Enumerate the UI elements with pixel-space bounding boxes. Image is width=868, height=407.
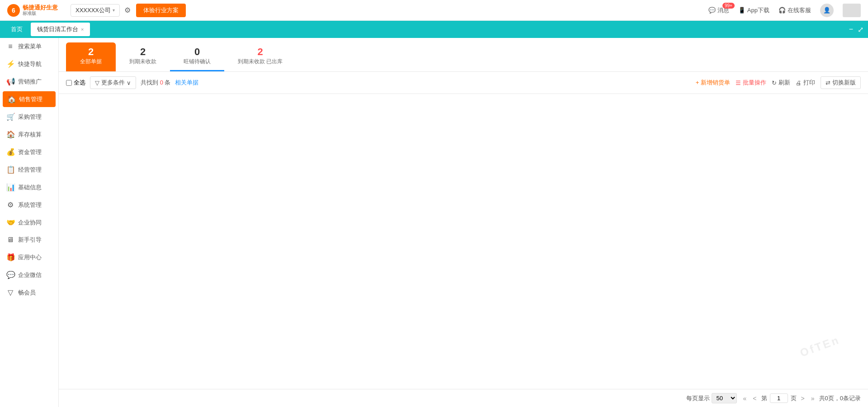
- overdue-unpaid-label: 到期未收款: [129, 58, 156, 65]
- logo-main-text: 畅捷通好生意: [23, 4, 58, 11]
- message-badge: 99+: [722, 3, 735, 9]
- pagination: « < 第 页 > » 共0页，0条记录: [741, 393, 861, 403]
- vip-label: 畅会员: [18, 289, 36, 297]
- prev-page-button[interactable]: <: [751, 394, 758, 403]
- refresh-icon: ↻: [772, 80, 777, 86]
- beginner-icon: 🖥: [6, 236, 14, 244]
- marketing-label: 营销推广: [18, 78, 42, 86]
- pending-label: 旺铺待确认: [184, 58, 211, 65]
- search-menu-label: 搜索菜单: [18, 42, 42, 51]
- home-tab[interactable]: 首页: [5, 23, 29, 36]
- sidebar-item-sys-mgmt[interactable]: ⚙ 系统管理: [0, 196, 58, 214]
- switch-new-version-button[interactable]: ⇄ 切换新版: [821, 76, 861, 89]
- enterprise-wechat-label: 企业微信: [18, 271, 42, 279]
- overdue-unpaid-count: 2: [140, 46, 146, 58]
- first-page-button[interactable]: «: [741, 394, 749, 403]
- sidebar-item-purchase[interactable]: 🛒 采购管理: [0, 108, 58, 126]
- sidebar-item-sales[interactable]: 🏠 销售管理: [3, 91, 56, 107]
- next-page-button[interactable]: >: [799, 394, 807, 403]
- filter-icon: ▽: [95, 80, 99, 86]
- count-info: 共找到 0 条: [141, 79, 170, 87]
- main-layout: ≡ 搜索菜单 ⚡ 快捷导航 📢 营销推广 🏠 销售管理 🛒 采购管理 🏠 库存核…: [0, 38, 868, 407]
- batch-operation-button[interactable]: ☰ 批量操作: [736, 79, 766, 87]
- sidebar-item-vip[interactable]: ▽ 畅会员: [0, 284, 58, 301]
- select-all-label: 全选: [74, 79, 85, 87]
- main-content: 2 全部单据 2 到期未收款 0 旺铺待确认 2 到期未收款 已出库 全选: [59, 38, 868, 407]
- page-size-selector: 每页显示 10 20 50 100: [686, 393, 737, 403]
- count-text: 共找到: [141, 79, 158, 86]
- select-all-checkbox[interactable]: 全选: [66, 79, 85, 87]
- switch-label: 切换新版: [832, 79, 856, 87]
- experience-button[interactable]: 体验行业方案: [136, 4, 186, 17]
- operations-icon: 📋: [6, 165, 14, 174]
- active-tab-label: 钱货日清工作台: [37, 25, 78, 33]
- print-icon: 🖨: [796, 80, 802, 86]
- page-size-select[interactable]: 10 20 50 100: [712, 393, 737, 403]
- sidebar-item-quick-nav[interactable]: ⚡ 快捷导航: [0, 55, 58, 73]
- tab-expand-button[interactable]: ⤢: [858, 25, 863, 34]
- batch-label: 批量操作: [743, 79, 766, 87]
- page-word: 第: [761, 394, 767, 402]
- top-header: 6 畅捷通好生意 标准版 XXXXXX公司 ▾ ⚙ 体验行业方案 💬 消息 99…: [0, 0, 868, 21]
- last-page-button[interactable]: »: [809, 394, 816, 403]
- refresh-button[interactable]: ↻ 刷新: [772, 79, 790, 87]
- unshipped-count: 2: [258, 46, 263, 58]
- message-icon: 💬: [708, 7, 716, 14]
- sales-icon: 🏠: [7, 95, 15, 103]
- add-order-button[interactable]: + 新增销货单: [696, 79, 730, 87]
- inventory-icon: 🏠: [6, 130, 14, 139]
- filter-button[interactable]: ▽ 更多条件 ∨: [90, 76, 136, 89]
- operations-label: 经营管理: [18, 166, 42, 174]
- sidebar-item-search-menu[interactable]: ≡ 搜索菜单: [0, 38, 58, 55]
- switch-icon: ⇄: [826, 80, 830, 86]
- online-service-item[interactable]: 🎧 在线客服: [778, 6, 811, 14]
- pending-count: 0: [194, 46, 200, 58]
- basic-info-label: 基础信息: [18, 183, 42, 192]
- sys-mgmt-label: 系统管理: [18, 201, 42, 209]
- logo-text: 畅捷通好生意 标准版: [23, 4, 58, 17]
- footer: 每页显示 10 20 50 100 « < 第 页 > » 共0页，0条记录: [59, 389, 868, 407]
- company-selector[interactable]: XXXXXX公司 ▾: [71, 4, 120, 17]
- sidebar-item-inventory[interactable]: 🏠 库存核算: [0, 126, 58, 143]
- select-all-input[interactable]: [66, 80, 72, 86]
- sidebar-item-beginner[interactable]: 🖥 新手引导: [0, 231, 58, 248]
- active-tab[interactable]: 钱货日清工作台 ×: [31, 23, 90, 36]
- related-orders-link[interactable]: 相关单据: [175, 79, 198, 87]
- enterprise-coop-icon: 🤝: [6, 218, 14, 227]
- sidebar-item-app-center[interactable]: 🎁 应用中心: [0, 248, 58, 266]
- app-center-icon: 🎁: [6, 253, 14, 262]
- sidebar-item-basic-info[interactable]: 📊 基础信息: [0, 178, 58, 196]
- vip-icon: ▽: [6, 288, 14, 297]
- table-area: [59, 94, 868, 389]
- total-info: 共0页，0条记录: [819, 394, 861, 402]
- sidebar-item-finance[interactable]: 💰 资金管理: [0, 143, 58, 161]
- sidebar: ≡ 搜索菜单 ⚡ 快捷导航 📢 营销推广 🏠 销售管理 🛒 采购管理 🏠 库存核…: [0, 38, 59, 407]
- summary-tab-pending[interactable]: 0 旺铺待确认: [170, 42, 224, 71]
- settings-icon[interactable]: ⚙: [124, 6, 131, 14]
- all-count: 2: [88, 46, 94, 58]
- tab-close-button[interactable]: ×: [81, 27, 84, 32]
- sidebar-item-marketing[interactable]: 📢 营销推广: [0, 73, 58, 90]
- avatar[interactable]: 👤: [820, 4, 834, 17]
- sidebar-item-enterprise-wechat[interactable]: 💬 企业微信: [0, 266, 58, 284]
- toolbar-right: + 新增销货单 ☰ 批量操作 ↻ 刷新 🖨 打印 ⇄ 切换新版: [696, 76, 861, 89]
- summary-tab-overdue-unpaid[interactable]: 2 到期未收款: [116, 42, 170, 71]
- toolbar-left: 全选 ▽ 更多条件 ∨ 共找到 0 条 相关单据: [66, 76, 198, 89]
- tab-collapse-button[interactable]: −: [849, 25, 853, 33]
- filter-label: 更多条件: [101, 79, 125, 87]
- print-button[interactable]: 🖨 打印: [796, 79, 815, 87]
- marketing-icon: 📢: [6, 77, 14, 86]
- summary-tab-unshipped[interactable]: 2 到期未收款 已出库: [224, 42, 296, 71]
- unshipped-label: 到期未收款 已出库: [238, 58, 283, 65]
- summary-tab-all[interactable]: 2 全部单据: [66, 42, 116, 71]
- user-icon: 👤: [823, 7, 830, 14]
- sidebar-item-enterprise-coop[interactable]: 🤝 企业协同: [0, 214, 58, 231]
- tab-bar-actions: − ⤢: [849, 25, 863, 34]
- page-label: 页: [791, 394, 797, 402]
- message-item[interactable]: 💬 消息 99+: [708, 6, 729, 14]
- page-number-input[interactable]: [770, 393, 788, 403]
- logo-icon: 6: [7, 4, 20, 17]
- sidebar-item-operations[interactable]: 📋 经营管理: [0, 161, 58, 178]
- app-download-item[interactable]: 📱 App下载: [738, 6, 769, 14]
- logo-sub-text: 标准版: [23, 11, 58, 16]
